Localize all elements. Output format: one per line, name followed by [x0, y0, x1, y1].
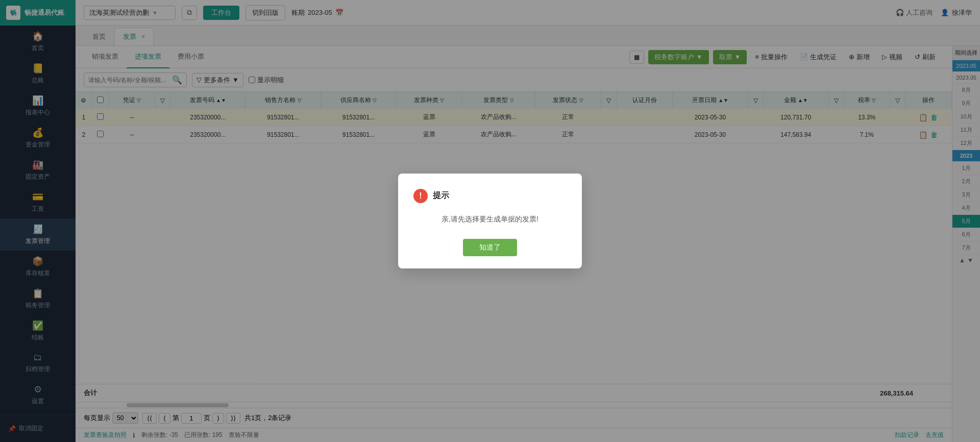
- modal-footer: 知道了: [413, 239, 567, 256]
- modal-dialog: ! 提示 亲,请先选择要生成单据的发票! 知道了: [398, 174, 582, 268]
- modal-title: 提示: [433, 190, 449, 201]
- modal-message: 亲,请先选择要生成单据的发票!: [442, 215, 538, 223]
- exclamation-icon: !: [419, 191, 422, 201]
- modal-ok-button[interactable]: 知道了: [463, 239, 517, 256]
- modal-body: 亲,请先选择要生成单据的发票!: [413, 213, 567, 225]
- modal-overlay: ! 提示 亲,请先选择要生成单据的发票! 知道了: [0, 0, 980, 442]
- modal-header: ! 提示: [413, 189, 567, 203]
- modal-warn-icon: !: [413, 189, 428, 203]
